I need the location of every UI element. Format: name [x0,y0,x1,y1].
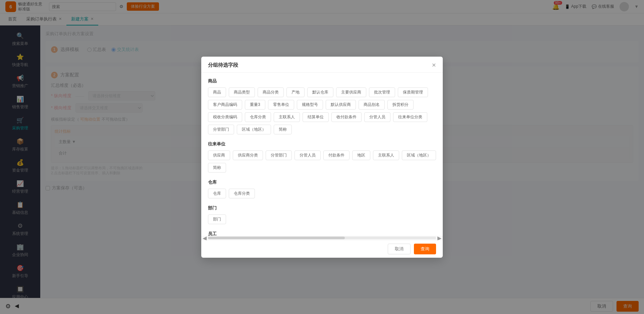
field-tag-partner-manager[interactable]: 分管人员 [294,150,321,160]
field-tag-product-category[interactable]: 商品分类 [258,87,284,97]
field-tag-supplier-category[interactable]: 供应商分类 [233,150,263,160]
section-staff: 员工 业务员 [208,231,436,236]
field-tag-origin[interactable]: 产地 [286,87,305,97]
section-dept-tags: 部门 [208,214,436,224]
field-tag-tax-code[interactable]: 税收分类编码 [208,112,242,122]
dialog-actions: 取消 查询 [201,240,443,258]
section-dept: 部门 部门 [208,205,436,224]
field-tag-product-type[interactable]: 商品类型 [229,87,255,97]
field-tag-department[interactable]: 部门 [208,214,226,224]
section-warehouse: 仓库 仓库 仓库分类 [208,179,436,198]
field-tag-default-warehouse[interactable]: 默认仓库 [307,87,333,97]
field-tag-wh[interactable]: 仓库 [208,189,226,198]
dialog-close-button[interactable]: ✕ [432,62,436,68]
field-tag-customer-code[interactable]: 客户商品编码 [208,100,242,110]
section-warehouse-tags: 仓库 仓库分类 [208,189,436,198]
cancel-button[interactable]: 取消 [388,244,411,254]
field-tag-warehouse-category[interactable]: 仓库分类 [245,112,271,122]
field-tag-partner-contact[interactable]: 主联系人 [373,150,399,160]
field-tag-shelf-life[interactable]: 保质期管理 [398,87,428,97]
section-dept-title: 部门 [208,205,436,211]
field-tag-short-name-product[interactable]: 简称 [274,125,292,134]
field-tag-sub-dept[interactable]: 分管部门 [208,125,234,134]
section-staff-title: 员工 [208,231,436,236]
section-product-title: 商品 [208,78,436,84]
field-tag-batch-manage[interactable]: 批次管理 [369,87,395,97]
field-tag-partner-region[interactable]: 地区 [352,150,370,160]
section-warehouse-title: 仓库 [208,179,436,185]
field-tag-region-product[interactable]: 区域（地区） [237,125,271,134]
field-tag-payment-terms[interactable]: 收付款条件 [331,112,362,122]
field-select-dialog: 分组待选字段 ✕ 商品 商品 商品类型 商品分类 产地 默认仓库 主要供应商 批… [201,57,443,258]
confirm-button[interactable]: 查询 [414,244,436,254]
field-tag-main-supplier[interactable]: 主要供应商 [336,87,366,97]
section-product-tags: 商品 商品类型 商品分类 产地 默认仓库 主要供应商 批次管理 保质期管理 客户… [208,87,436,134]
field-tag-brand[interactable]: 商品别名 [359,100,385,110]
field-tag-weight3[interactable]: 重量3 [245,100,265,110]
field-tag-partner-dept[interactable]: 分管部门 [266,150,292,160]
field-tag-manager[interactable]: 分管人员 [364,112,390,122]
section-partner-tags: 供应商 供应商分类 分管部门 分管人员 付款条件 地区 主联系人 区域（地区） … [208,150,436,173]
hscroll-thumb[interactable] [208,237,345,239]
field-tag-integral[interactable]: 拆货积分 [387,100,414,110]
field-tag-partner-area[interactable]: 区域（地区） [402,150,436,160]
field-tag-supplier[interactable]: 供应商 [208,150,230,160]
field-tag-spec-model[interactable]: 规格型号 [297,100,323,110]
dialog-body: 商品 商品 商品类型 商品分类 产地 默认仓库 主要供应商 批次管理 保质期管理… [201,73,443,236]
dialog-header: 分组待选字段 ✕ [201,57,443,73]
field-tag-retail-unit[interactable]: 零售单位 [268,100,294,110]
section-partner: 往来单位 供应商 供应商分类 分管部门 分管人员 付款条件 地区 主联系人 区域… [208,141,436,173]
field-tag-settlement-unit[interactable]: 结算单位 [303,112,329,122]
field-tag-wh-category[interactable]: 仓库分类 [229,189,255,198]
field-tag-default-supplier[interactable]: 默认供应商 [326,100,356,110]
field-tag-from-unit[interactable]: 往来单位分类 [393,112,427,122]
hscroll-track [208,237,436,239]
field-tag-main-contact[interactable]: 主联系人 [274,112,300,122]
field-tag-payment-condition[interactable]: 付款条件 [323,150,350,160]
section-partner-title: 往来单位 [208,141,436,147]
modal-overlay: 分组待选字段 ✕ 商品 商品 商品类型 商品分类 产地 默认仓库 主要供应商 批… [0,0,644,314]
dialog-title: 分组待选字段 [208,62,238,68]
section-product: 商品 商品 商品类型 商品分类 产地 默认仓库 主要供应商 批次管理 保质期管理… [208,78,436,134]
dialog-hscrollbar[interactable]: ◀ ▶ [201,236,443,240]
field-tag-partner-short[interactable]: 简称 [208,163,226,173]
field-tag-product[interactable]: 商品 [208,87,226,97]
